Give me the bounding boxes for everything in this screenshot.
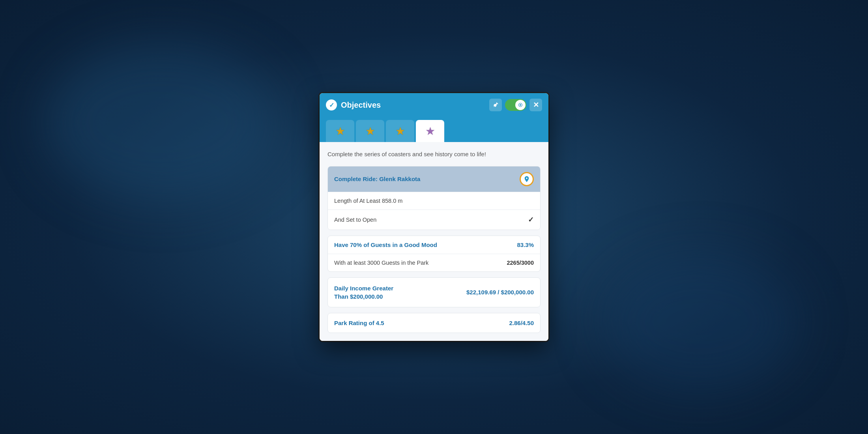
park-rating-title: Park Rating of 4.5 (334, 320, 384, 326)
svg-point-0 (520, 104, 521, 106)
check-icon: ✓ (528, 215, 534, 224)
ride-open-label: And Set to Open (334, 217, 376, 223)
tab-star-2[interactable]: ★ (356, 120, 384, 142)
daily-income-title: Daily Income Greater Than $200,000.00 (334, 284, 405, 301)
tab-2-star-icon: ★ (363, 124, 377, 138)
objective-ride-header: Complete Ride: Glenk Rakkota (328, 166, 540, 192)
mood-guests-value: 2265/3000 (507, 260, 534, 266)
titlebar-controls: ✕ (489, 99, 542, 111)
mood-guests-label: With at least 3000 Guests in the Park (334, 260, 428, 266)
objective-mood-title: Have 70% of Guests in a Good Mood (334, 241, 437, 248)
window-title: Objectives (341, 101, 485, 110)
titlebar: ✓ Objectives ✕ (320, 93, 548, 117)
objective-card-ride: Complete Ride: Glenk Rakkota Length of A… (327, 166, 541, 230)
ride-length-label: Length of At Least 858.0 m (334, 198, 402, 204)
objectives-window: ✓ Objectives ✕ ★ (320, 93, 548, 341)
title-icon: ✓ (326, 99, 337, 110)
window-body: Complete the series of coasters and see … (320, 142, 548, 341)
pin-button[interactable] (489, 99, 502, 111)
visibility-toggle[interactable] (505, 99, 526, 111)
daily-income-value: $22,109.69 / $200,000.00 (466, 289, 534, 296)
mood-row-guests: With at least 3000 Guests in the Park 22… (328, 254, 540, 271)
objective-ride-title: Complete Ride: Glenk Rakkota (334, 176, 420, 182)
objective-card-income: Daily Income Greater Than $200,000.00 $2… (327, 277, 541, 307)
tab-star-3[interactable]: ★ (386, 120, 414, 142)
tabs-bar: ★ ★ ★ ★ (320, 117, 548, 142)
tab-3-star-icon: ★ (393, 124, 407, 138)
tab-4-star-icon: ★ (423, 124, 437, 138)
tab-star-1[interactable]: ★ (326, 120, 354, 142)
tab-1-star-icon: ★ (333, 124, 347, 138)
objective-mood-header: Have 70% of Guests in a Good Mood 83.3% (328, 236, 540, 254)
ride-row-open: And Set to Open ✓ (328, 210, 540, 230)
objective-card-rating: Park Rating of 4.5 2.86/4.50 (327, 313, 541, 333)
tab-star-4[interactable]: ★ (416, 120, 444, 142)
close-button[interactable]: ✕ (529, 99, 542, 111)
ride-row-length: Length of At Least 858.0 m (328, 192, 540, 210)
description-text: Complete the series of coasters and see … (327, 150, 541, 159)
toggle-knob (515, 100, 526, 110)
park-rating-value: 2.86/4.50 (509, 320, 534, 326)
objective-mood-value: 83.3% (517, 241, 534, 248)
locate-button[interactable] (520, 172, 534, 186)
objective-card-mood: Have 70% of Guests in a Good Mood 83.3% … (327, 236, 541, 272)
